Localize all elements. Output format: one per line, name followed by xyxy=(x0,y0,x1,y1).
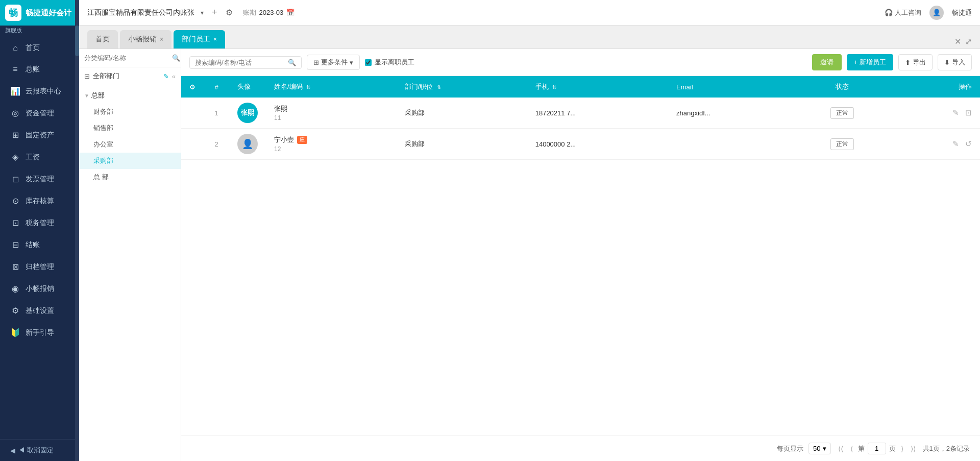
sidebar-item-invoice[interactable]: ◻ 发票管理 xyxy=(0,168,79,190)
per-page-value: 50 xyxy=(813,445,820,452)
logo-icon: 畅 xyxy=(5,5,21,21)
col-phone[interactable]: 手机 ⇅ xyxy=(527,76,668,98)
support-button[interactable]: 🎧 人工咨询 xyxy=(885,8,921,17)
sidebar-item-tax[interactable]: ⊡ 税务管理 xyxy=(0,212,79,234)
col-settings: ⚙ xyxy=(181,76,204,98)
dept-item-xiaohoubu[interactable]: 销售部 xyxy=(79,120,181,136)
tab-employees-close[interactable]: × xyxy=(213,36,217,43)
tab-employees[interactable]: 部门员工 × xyxy=(174,30,225,48)
tab-home[interactable]: 首页 xyxy=(87,30,118,48)
row-dept: 采购部 xyxy=(397,98,527,129)
sort-name-icon: ⇅ xyxy=(306,84,310,90)
import-icon: ⬇ xyxy=(944,59,950,66)
company-dropdown-icon[interactable]: ▾ xyxy=(201,9,204,16)
dept-edit-icon[interactable]: ✎ xyxy=(163,72,169,80)
status-badge: 正常 xyxy=(830,138,854,150)
edition-badge: 旗舰版 xyxy=(0,26,79,37)
grid-icon: ⊞ xyxy=(84,72,90,80)
col-email: Email xyxy=(668,76,793,98)
add-company-icon[interactable]: + xyxy=(212,7,217,18)
export-button[interactable]: ⬆ 导出 xyxy=(898,54,933,70)
tab-expense-close[interactable]: × xyxy=(160,36,163,43)
col-name[interactable]: 姓名/编码 ⇅ xyxy=(266,76,397,98)
sidebar-item-settings[interactable]: ⚙ 基础设置 xyxy=(0,300,79,322)
sidebar-item-label: 发票管理 xyxy=(26,175,54,184)
period-value[interactable]: 2023-03 xyxy=(259,9,284,16)
right-panel: 🔍 ⊞ 更多条件 ▾ 显示离职员工 邀请 + 新增员工 ⬆ 导出 xyxy=(181,49,980,461)
next-page-button[interactable]: ⟩ xyxy=(899,444,905,454)
page-input[interactable] xyxy=(868,443,886,454)
edit-icon[interactable]: ✎ xyxy=(952,139,959,149)
delete-icon[interactable]: ↺ xyxy=(965,139,972,149)
logout-icon[interactable]: ⊡ xyxy=(965,108,972,117)
dept-item-bangongshi[interactable]: 办公室 xyxy=(79,136,181,153)
prev-page-button[interactable]: ⟨ xyxy=(848,444,855,454)
sidebar-item-assets[interactable]: ⊞ 固定资产 xyxy=(0,124,79,146)
cancel-fixed-button[interactable]: ◀ ◀ 取消固定 xyxy=(0,439,79,461)
tab-expense[interactable]: 小畅报销 × xyxy=(120,30,172,48)
show-resigned-label[interactable]: 显示离职员工 xyxy=(365,58,414,67)
ledger-icon: ≡ xyxy=(10,65,20,74)
sidebar-item-checkout[interactable]: ⊟ 结账 xyxy=(0,234,79,256)
row-status: 正常 xyxy=(793,98,891,129)
pagination: 每页显示 50 ▾ ⟨⟨ ⟨ 第 页 ⟩ ⟩⟩ 共1页，2条记录 xyxy=(181,435,980,461)
username[interactable]: 畅捷通 xyxy=(952,8,972,17)
sidebar-item-archive[interactable]: ⊠ 归档管理 xyxy=(0,256,79,278)
dept-header-label[interactable]: 全部部门 xyxy=(93,71,160,81)
sidebar-item-home[interactable]: ⌂ 首页 xyxy=(0,37,79,59)
toolbar-right: 邀请 + 新增员工 ⬆ 导出 ⬇ 导入 xyxy=(812,54,972,70)
table-settings-icon[interactable]: ⚙ xyxy=(189,83,195,91)
dept-collapse-icon[interactable]: « xyxy=(172,72,176,80)
sidebar-item-inventory[interactable]: ⊙ 库存核算 xyxy=(0,190,79,212)
inventory-icon: ⊙ xyxy=(10,196,20,206)
employee-code: 12 xyxy=(274,145,388,153)
import-button[interactable]: ⬇ 导入 xyxy=(938,54,972,70)
import-label: 导入 xyxy=(952,58,965,67)
add-employee-button[interactable]: + 新增员工 xyxy=(847,54,893,70)
export-icon: ⬆ xyxy=(905,59,911,66)
sidebar-item-label: 税务管理 xyxy=(26,219,54,228)
sidebar-item-salary[interactable]: ◈ 工资 xyxy=(0,146,79,168)
dept-item-zongbu[interactable]: ▼ 总部 xyxy=(79,87,181,104)
close-window-icon[interactable]: ✕ xyxy=(954,37,961,46)
sidebar-item-label: 新手引导 xyxy=(26,328,54,337)
dept-search-input[interactable] xyxy=(84,54,170,62)
row-actions: ✎ ↺ xyxy=(892,129,981,160)
dept-search-box: 🔍 xyxy=(79,49,181,67)
company-name[interactable]: 江西服宝精品有限责任公司内账张 xyxy=(87,8,194,17)
dept-search-icon[interactable]: 🔍 xyxy=(172,54,180,62)
edit-icon[interactable]: ✎ xyxy=(952,108,959,117)
sidebar-item-reports[interactable]: 📊 云报表中心 xyxy=(0,80,79,102)
col-status: 状态 xyxy=(793,76,891,98)
more-filter-button[interactable]: ⊞ 更多条件 ▾ xyxy=(307,55,360,70)
ying-badge: 应 xyxy=(297,136,307,144)
sidebar-item-expense[interactable]: ◉ 小畅报销 xyxy=(0,278,79,300)
period-label: 账期 xyxy=(243,8,256,17)
first-page-button[interactable]: ⟨⟨ xyxy=(836,444,845,454)
topbar: 江西服宝精品有限责任公司内账张 ▾ + ⚙ 账期 2023-03 📅 🎧 人工咨… xyxy=(79,0,980,26)
per-page-select[interactable]: 50 ▾ xyxy=(808,443,830,454)
expand-icon[interactable]: ⤢ xyxy=(965,37,972,46)
search-icon[interactable]: 🔍 xyxy=(288,59,296,66)
row-dept: 采购部 xyxy=(397,129,527,160)
archive-icon: ⊠ xyxy=(10,262,20,272)
arrow-down-icon: ▼ xyxy=(84,93,89,99)
sidebar-item-ledger[interactable]: ≡ 总账 xyxy=(0,59,79,80)
invite-button[interactable]: 邀请 xyxy=(812,54,842,70)
employee-search-input[interactable] xyxy=(195,59,285,66)
sidebar-item-guide[interactable]: 🔰 新手引导 xyxy=(0,322,79,344)
calendar-icon[interactable]: 📅 xyxy=(286,9,295,16)
col-dept[interactable]: 部门/职位 ⇅ xyxy=(397,76,527,98)
col-index: # xyxy=(204,76,229,98)
show-resigned-text: 显示离职员工 xyxy=(375,58,414,67)
dept-tree: ▼ 总部 财务部 销售部 办公室 采购部 总 部 xyxy=(79,85,181,461)
last-page-button[interactable]: ⟩⟩ xyxy=(909,444,918,454)
employee-name: 张熙 xyxy=(274,104,388,113)
dept-item-caigoubu[interactable]: 采购部 xyxy=(79,153,181,169)
dept-item-zongbu2[interactable]: 总 部 xyxy=(79,169,181,185)
dept-item-caiwubu[interactable]: 财务部 xyxy=(79,104,181,120)
show-resigned-checkbox[interactable] xyxy=(365,59,372,66)
settings-icon[interactable]: ⚙ xyxy=(226,8,233,17)
sidebar-item-funds[interactable]: ◎ 资金管理 xyxy=(0,102,79,124)
row-phone: 18720211 7... xyxy=(527,98,668,129)
